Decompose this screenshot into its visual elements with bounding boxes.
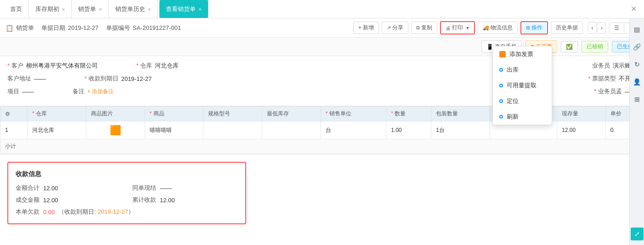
cell-spec	[203, 121, 262, 139]
bottom-section: 收款信息 金额合计 12.00 同单现结 —— 成交金额 12.00	[0, 154, 644, 232]
locate-item[interactable]: 定位	[493, 93, 552, 109]
sidebar-icon-2[interactable]: 🔗	[631, 40, 644, 53]
doc-number-label: 单据编号	[106, 24, 130, 32]
ticket-type-label: 票据类型	[588, 74, 616, 83]
print-dropdown-arrow: ▼	[465, 26, 469, 30]
col-unit: * 销售单位	[321, 107, 386, 121]
logistics-button[interactable]: 🚚 物流信息	[478, 22, 518, 34]
cell-quantity: 1.00	[386, 121, 431, 139]
tab-inventory-init-close[interactable]: ×	[62, 6, 65, 12]
payment-info: 收款信息 金额合计 12.00 同单现结 —— 成交金额 12.00	[7, 162, 246, 224]
refresh-item[interactable]: 刷新	[493, 109, 552, 125]
salesperson-label: 业务员孟	[594, 87, 622, 96]
cell-seq: 1	[0, 121, 28, 139]
due-row: 本单欠款 0.00 （收款到期日: 2019-12-27）	[16, 208, 238, 216]
confirm-button[interactable]: ✅	[561, 41, 578, 52]
note-label: 备注	[73, 87, 85, 96]
doc-date-field: 单据日期 2019-12-27	[41, 24, 99, 32]
col-warehouse: * 仓库	[28, 107, 86, 121]
subtotal-cell: 小计	[0, 139, 644, 154]
cell-unit: 台	[321, 121, 386, 139]
tab-sales-order-close[interactable]: ×	[99, 6, 102, 12]
customer-field: 客户 柳州粤港平安气体有限公司	[7, 62, 98, 70]
add-invoice-item[interactable]: 添加发票	[493, 46, 552, 62]
copy-icon: ⧉	[416, 25, 420, 31]
operations-button[interactable]: ⊞ 操作	[520, 21, 548, 34]
cell-image: 🟧	[86, 121, 145, 139]
copy-button[interactable]: ⧉ 复制	[411, 22, 437, 34]
project-label: 项目	[7, 87, 19, 96]
col-min-stock: 最低库存	[262, 107, 321, 121]
doc-date-label: 单据日期	[41, 24, 65, 32]
deal-amount-value: 12.00	[43, 197, 58, 204]
cell-min-stock	[262, 121, 321, 139]
outbound-item[interactable]: 出库	[493, 62, 552, 78]
due-value: 0.00	[43, 209, 55, 216]
sidebar-icon-4[interactable]: 👤	[631, 75, 644, 88]
window-close[interactable]: ✕	[627, 5, 640, 13]
available-qty-icon	[499, 84, 503, 87]
col-product: * 商品	[145, 107, 203, 121]
cell-pack-qty: 1台	[431, 121, 490, 139]
tab-home[interactable]: 首页	[4, 0, 29, 18]
cell-product: 嘻嘻嘻嘻	[145, 121, 203, 139]
address-value[interactable]: ——	[34, 75, 46, 82]
new-button[interactable]: + 新增	[353, 22, 379, 34]
sold-badge[interactable]: 已核销	[582, 41, 608, 52]
right-sidebar: ▤ 🔗 ↻ 👤 ⊞ ⤢	[629, 18, 644, 245]
confirm-icon: ✅	[566, 44, 573, 50]
due-label: 本单欠款	[16, 208, 40, 216]
doc-type-label: 销货单	[16, 24, 34, 32]
prev-button[interactable]: ‹	[588, 22, 596, 34]
cumulative-value: 12.00	[160, 197, 175, 204]
doc-number-value: SA-20191227-001	[133, 24, 181, 31]
sidebar-icon-3[interactable]: ↻	[631, 58, 644, 71]
tab-sales-history-close[interactable]: ×	[148, 6, 151, 12]
payment-date-field: 收款到期日 2019-12-27	[85, 74, 152, 83]
col-settings[interactable]: ⚙	[0, 107, 28, 121]
same-order-row: 同单现结 ——	[132, 184, 238, 192]
locate-icon	[499, 99, 503, 103]
tab-sales-order[interactable]: 销货单 ×	[72, 0, 108, 18]
tab-view-sales-close[interactable]: ×	[198, 6, 201, 12]
history-button[interactable]: 历史单据	[551, 22, 583, 34]
tab-view-sales[interactable]: 查看销货单 ×	[159, 0, 208, 18]
project-value[interactable]: ——	[22, 88, 34, 95]
cell-stock: 12.00	[557, 121, 605, 139]
col-stock: 现存量	[557, 107, 605, 121]
cell-warehouse: 河北仓库	[28, 121, 86, 139]
col-spec: 规格型号	[203, 107, 262, 121]
tab-inventory-init[interactable]: 库存期初 ×	[29, 0, 72, 18]
refresh-icon	[499, 115, 503, 119]
doc-info: 📋 销货单 单据日期 2019-12-27 单据编号 SA-20191227-0…	[6, 24, 353, 32]
print-button[interactable]: 🖨 打印 ▼	[440, 21, 475, 34]
address-field: 客户地址 ——	[7, 74, 46, 83]
warehouse-value[interactable]: 河北仓库	[155, 62, 179, 70]
sidebar-icon-expand[interactable]: ⤢	[631, 228, 644, 240]
total-row: 金额合计 12.00	[16, 184, 121, 192]
operations-dropdown: 添加发票 出库 可用量提取 定位 刷新	[492, 46, 552, 125]
available-qty-item[interactable]: 可用量提取	[493, 78, 552, 93]
same-order-value: ——	[160, 185, 172, 192]
address-label: 客户地址	[7, 74, 31, 83]
col-pack-qty: 包装数量	[431, 107, 490, 121]
tab-sales-history[interactable]: 销货单历史 ×	[109, 0, 158, 18]
payment-date-value[interactable]: 2019-12-27	[121, 75, 152, 82]
sidebar-icon-5[interactable]: ⊞	[631, 93, 644, 106]
doc-icon: 📋	[6, 24, 13, 32]
due-date: 2019-12-27	[98, 208, 129, 215]
warehouse-field: 仓库 河北仓库	[136, 62, 179, 70]
payment-date-label: 收款到期日	[85, 74, 119, 83]
col-quantity: * 数量	[386, 107, 431, 121]
share-icon: ↗	[387, 25, 391, 31]
deal-amount-row: 成交金额 12.00	[16, 196, 121, 204]
sidebar-icon-1[interactable]: ▤	[631, 23, 644, 36]
add-note-button[interactable]: 添加备注	[87, 88, 114, 96]
outbound-icon	[499, 68, 503, 72]
cumulative-row: 累计收款 12.00	[132, 196, 238, 204]
operations-icon: ⊞	[526, 25, 530, 31]
share-button[interactable]: ↗ 分享	[382, 22, 408, 34]
list-view-button[interactable]: ☰	[610, 23, 624, 33]
next-button[interactable]: ›	[598, 22, 606, 34]
customer-value[interactable]: 柳州粤港平安气体有限公司	[26, 62, 98, 70]
